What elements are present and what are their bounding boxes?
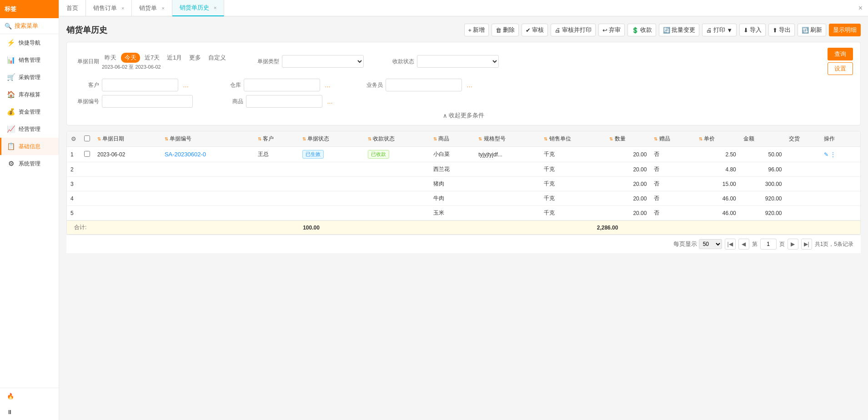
export-button[interactable]: ⬆ 导出 <box>768 24 795 36</box>
docno-link[interactable]: SA-20230602-0 <box>165 151 206 158</box>
goods-ellipsis[interactable]: … <box>325 98 335 105</box>
tab-home[interactable]: 首页 <box>59 0 86 16</box>
date-btn-today[interactable]: 今天 <box>121 53 140 63</box>
tab-sales-delivery[interactable]: 销货单 × <box>132 0 172 16</box>
staff-ellipsis[interactable]: … <box>465 82 474 89</box>
tab-close-sales-history[interactable]: × <box>214 5 216 10</box>
collectstatus-cell: 已收款 <box>364 147 430 162</box>
batch-change-button[interactable]: 🔄 批量变更 <box>659 24 699 36</box>
batch-change-label: 批量变更 <box>672 26 695 34</box>
delete-button[interactable]: 🗑 删除 <box>492 24 519 36</box>
docno-cell: SA-20230602-0 <box>161 147 254 162</box>
index-cell: 2 <box>67 162 80 177</box>
refresh-button[interactable]: 🔃 刷新 <box>798 24 826 36</box>
checkbox-cell <box>80 191 94 206</box>
first-page-button[interactable]: |◀ <box>725 239 736 250</box>
collect-button[interactable]: 💲 收款 <box>627 24 656 36</box>
customer-cell: 王总 <box>254 147 299 162</box>
sidebar-item-operation[interactable]: 📈 经营管理 <box>0 120 59 138</box>
warehouse-input[interactable] <box>244 79 320 91</box>
sort-icon-docno[interactable]: ⇅ <box>165 136 168 141</box>
date-btn-more[interactable]: 更多 <box>186 53 204 63</box>
query-button[interactable]: 查询 <box>828 48 853 60</box>
qty-col-header: ⇅ 数量 <box>606 131 650 147</box>
price-cell: 46.00 <box>695 191 740 206</box>
date-btn-7days[interactable]: 近7天 <box>142 53 162 63</box>
import-button[interactable]: ⬇ 导入 <box>739 24 766 36</box>
sidebar-item-inventory[interactable]: 🏠 库存核算 <box>0 86 59 103</box>
customer-ellipsis[interactable]: … <box>181 82 191 89</box>
tab-sales-order[interactable]: 销售订单 × <box>86 0 132 16</box>
page-input[interactable] <box>760 239 777 250</box>
row-checkbox[interactable] <box>84 151 90 157</box>
sidebar-item-finance[interactable]: 💰 资金管理 <box>0 103 59 120</box>
print-arrow: ▼ <box>727 27 733 34</box>
table-settings-icon[interactable]: ⚙ <box>71 135 76 142</box>
gift-cell: 否 <box>650 191 695 206</box>
customer-input[interactable] <box>102 79 178 91</box>
sort-icon[interactable]: ⇅ <box>97 136 101 141</box>
unit-cell: 千克 <box>540 147 606 162</box>
tab-bar-close-all[interactable]: × <box>853 4 868 12</box>
sidebar-item-shortcut[interactable]: ⚡ 快捷导航 <box>0 34 59 51</box>
docno-input[interactable] <box>102 95 193 108</box>
collect-status-badge: 已收款 <box>368 150 389 159</box>
pause-icon: ⏸ <box>7 409 13 415</box>
next-page-button[interactable]: ▶ <box>788 239 798 250</box>
sort-icon-unit[interactable]: ⇅ <box>544 136 547 141</box>
sort-icon-docstatus[interactable]: ⇅ <box>302 136 306 141</box>
gift-cell: 否 <box>650 177 695 191</box>
op-删除[interactable]: ⋮ <box>830 151 836 158</box>
sidebar-bottom-item2[interactable]: ⏸ <box>0 404 59 420</box>
audit-print-button[interactable]: 🖨 审核并打印 <box>551 24 596 36</box>
sidebar-item-sales[interactable]: 📊 销售管理 <box>0 51 59 69</box>
audit-button[interactable]: ✔ 审核 <box>522 24 548 36</box>
tab-sales-history[interactable]: 销货单历史 × <box>172 0 224 16</box>
docstatus-col-header: ⇅ 单据状态 <box>299 131 364 147</box>
discard-button[interactable]: ↩ 弃审 <box>598 24 625 36</box>
date-btn-1month[interactable]: 近1月 <box>164 53 185 63</box>
tab-close-sales-order[interactable]: × <box>121 5 124 11</box>
prev-page-button[interactable]: ◀ <box>738 239 749 250</box>
tab-close-sales-delivery[interactable]: × <box>161 5 164 11</box>
per-page-section: 每页显示 50 20 100 <box>673 239 722 249</box>
sort-icon-gift[interactable]: ⇅ <box>654 136 657 141</box>
basic-icon: 📋 <box>7 142 15 150</box>
sort-icon-price[interactable]: ⇅ <box>699 136 702 141</box>
select-all-checkbox[interactable] <box>84 135 90 141</box>
sort-icon-goods[interactable]: ⇅ <box>433 136 437 141</box>
sidebar-search-item[interactable]: 🔍 搜索菜单 <box>0 18 59 34</box>
sidebar-bottom-item1[interactable]: 🔥 <box>0 388 59 404</box>
sidebar-item-basic[interactable]: 📋 基础信息 <box>0 138 59 155</box>
new-button[interactable]: + 新增 <box>464 24 489 36</box>
op-编辑[interactable]: ✎ <box>824 151 828 158</box>
last-page-button[interactable]: ▶| <box>801 239 812 250</box>
goods-input[interactable] <box>246 95 322 108</box>
tab-home-label: 首页 <box>66 4 78 12</box>
export-label: 导出 <box>779 26 791 34</box>
collapse-button[interactable]: ∧ 收起更多条件 <box>443 111 484 120</box>
delete-icon: 🗑 <box>496 27 502 34</box>
filter-row-3: 单据编号 商品 … <box>74 95 853 108</box>
date-btn-yesterday[interactable]: 昨天 <box>102 53 119 63</box>
set-button[interactable]: 设置 <box>828 62 853 75</box>
sidebar-item-purchase[interactable]: 🛒 采购管理 <box>0 69 59 86</box>
docno-cell <box>161 191 254 206</box>
sort-icon-customer[interactable]: ⇅ <box>258 136 261 141</box>
sort-icon-spec[interactable]: ⇅ <box>478 136 482 141</box>
toolbar: + 新增 🗑 删除 ✔ 审核 🖨 审核并打印 ↩ 弃审 <box>464 24 861 36</box>
print-button[interactable]: 🖨 打印 ▼ <box>702 24 737 36</box>
sidebar-item-system[interactable]: ⚙ 系统管理 <box>0 155 59 172</box>
export-icon: ⬆ <box>773 27 778 34</box>
warehouse-ellipsis[interactable]: … <box>323 82 332 89</box>
date-btn-custom[interactable]: 自定义 <box>206 53 229 63</box>
per-page-select[interactable]: 50 20 100 <box>699 239 722 249</box>
table-footer: 合计: 100.00 2,286.00 <box>67 220 860 234</box>
collect-status-select[interactable] <box>417 55 499 68</box>
show-detail-button[interactable]: 显示明细 <box>829 24 861 36</box>
doc-type-select[interactable] <box>282 55 364 68</box>
staff-input[interactable] <box>386 79 462 91</box>
filter-row-1: 单据日期 昨天 今天 近7天 近1月 更多 自定义 2023-06-02 至 2… <box>74 48 853 75</box>
sort-icon-collectstatus[interactable]: ⇅ <box>368 136 371 141</box>
sort-icon-qty[interactable]: ⇅ <box>609 136 613 141</box>
